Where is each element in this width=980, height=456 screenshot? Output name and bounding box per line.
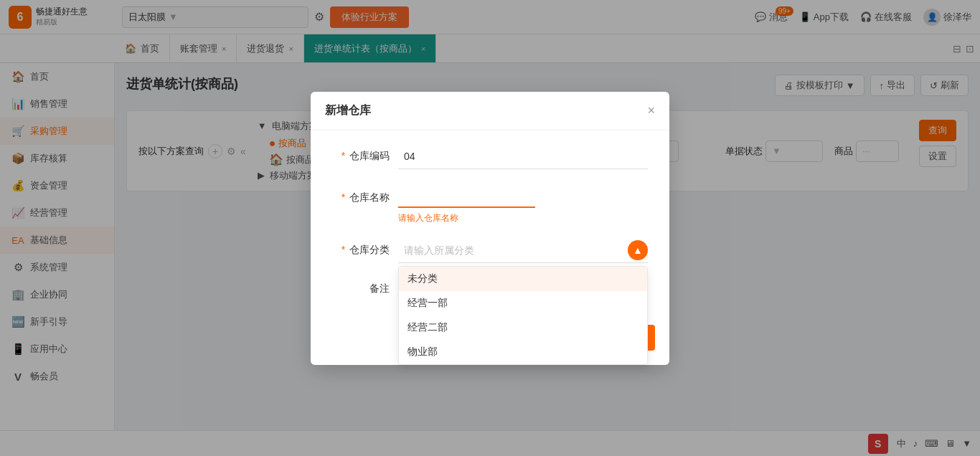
warehouse-name-row: * 仓库名称 请输入仓库名称 <box>332 184 648 224</box>
category-input[interactable] <box>398 244 628 256</box>
modal-title: 新增仓库 <box>325 103 371 118</box>
option-dept2[interactable]: 经营二部 <box>399 315 647 340</box>
dropdown-toggle-button[interactable]: ▲ <box>628 240 648 260</box>
warehouse-name-input[interactable] <box>398 184 535 208</box>
modal-header: 新增仓库 × <box>311 92 669 130</box>
modal-overlay: 新增仓库 × * 仓库编码 * 仓库名称 <box>0 0 980 456</box>
option-property[interactable]: 物业部 <box>399 340 647 364</box>
category-dropdown-list: 未分类 经营一部 经营二部 物业部 <box>398 266 648 365</box>
new-warehouse-modal: 新增仓库 × * 仓库编码 * 仓库名称 <box>311 92 669 365</box>
option-dept1[interactable]: 经营一部 <box>399 291 647 315</box>
required-mark: * <box>341 150 345 161</box>
warehouse-code-row: * 仓库编码 <box>332 145 648 169</box>
warehouse-name-label: * 仓库名称 <box>332 186 390 204</box>
warehouse-name-error: 请输入仓库名称 <box>398 213 458 223</box>
modal-close-button[interactable]: × <box>647 103 655 118</box>
chevron-up-icon: ▲ <box>633 244 643 256</box>
warehouse-code-label: * 仓库编码 <box>332 145 390 163</box>
warehouse-category-row: * 仓库分类 ▲ 未分类 经营一部 经营二部 物业部 <box>332 239 648 263</box>
category-dropdown-wrap: ▲ 未分类 经营一部 经营二部 物业部 <box>398 239 648 263</box>
remarks-label: 备注 <box>332 277 390 295</box>
option-uncategorized[interactable]: 未分类 <box>399 267 647 291</box>
warehouse-category-label: * 仓库分类 <box>332 239 390 257</box>
warehouse-code-input[interactable] <box>398 145 648 169</box>
modal-body: * 仓库编码 * 仓库名称 请输入仓库名称 <box>311 130 669 316</box>
